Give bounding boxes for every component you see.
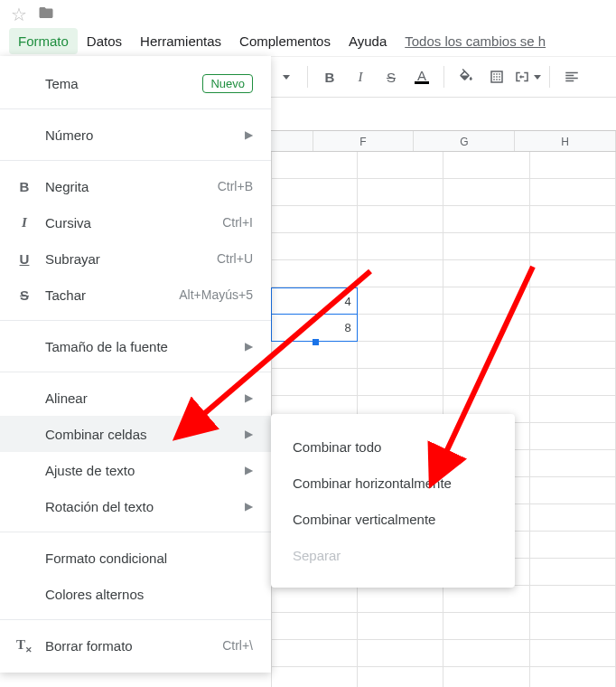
- italic-button[interactable]: I: [346, 62, 375, 91]
- cell-selected-2[interactable]: 8: [271, 315, 358, 342]
- column-headers: F G H: [271, 130, 616, 152]
- shortcut-label: Ctrl+B: [218, 179, 253, 193]
- nuevo-badge: Nuevo: [202, 74, 253, 93]
- toolbar-separator: [549, 66, 550, 88]
- submenu-combinar-vertical[interactable]: Combinar verticalmente: [271, 501, 515, 537]
- font-size-dropdown[interactable]: [271, 62, 300, 91]
- submenu-separar: Separar: [271, 537, 515, 573]
- strike-icon: S: [14, 287, 34, 303]
- cell-selected-1[interactable]: 4: [271, 287, 358, 315]
- shortcut-label: Ctrl+\: [222, 638, 253, 653]
- submenu-arrow-icon: ▶: [245, 128, 253, 141]
- submenu-arrow-icon: ▶: [245, 464, 253, 476]
- submenu-combinar-todo[interactable]: Combinar todo: [271, 428, 515, 465]
- menu-ajuste-texto[interactable]: Ajuste de texto ▶: [0, 452, 271, 488]
- submenu-arrow-icon: ▶: [245, 391, 253, 404]
- col-header-g[interactable]: G: [414, 131, 515, 151]
- menu-herramientas[interactable]: Herramientas: [131, 28, 230, 54]
- shortcut-label: Ctrl+U: [217, 251, 253, 266]
- menu-datos[interactable]: Datos: [78, 28, 131, 54]
- halign-button[interactable]: [557, 62, 586, 91]
- submenu-arrow-icon: ▶: [245, 340, 253, 353]
- italic-icon: I: [14, 215, 34, 231]
- menu-alinear[interactable]: Alinear ▶: [0, 380, 271, 416]
- selection-handle[interactable]: [313, 339, 319, 345]
- menu-separator: [0, 532, 271, 532]
- toolbar-separator: [443, 66, 444, 88]
- star-icon[interactable]: ☆: [11, 4, 27, 25]
- shortcut-label: Alt+Mayús+5: [179, 287, 253, 302]
- bold-button[interactable]: B: [315, 62, 344, 91]
- col-header-h[interactable]: H: [515, 131, 616, 151]
- menu-formato-condicional[interactable]: Formato condicional: [0, 540, 271, 576]
- menu-tema[interactable]: Tema Nuevo: [0, 65, 271, 101]
- save-status-link[interactable]: Todos los cambios se h: [405, 33, 546, 49]
- text-color-button[interactable]: A: [407, 62, 436, 91]
- menubar: Formato Datos Herramientas Complementos …: [0, 25, 616, 56]
- menu-negrita[interactable]: B Negrita Ctrl+B: [0, 168, 271, 204]
- menu-tam-fuente[interactable]: Tamaño de la fuente ▶: [0, 328, 271, 364]
- menu-numero[interactable]: Número ▶: [0, 117, 271, 153]
- toolbar-separator: [307, 66, 308, 88]
- underline-icon: U: [14, 251, 34, 267]
- menu-combinar-celdas[interactable]: Combinar celdas ▶: [0, 416, 271, 452]
- doc-header-icons: ☆: [11, 4, 54, 25]
- menu-separator: [0, 160, 271, 161]
- menu-borrar-formato[interactable]: T✕ Borrar formato Ctrl+\: [0, 627, 271, 663]
- menu-subrayar[interactable]: U Subrayar Ctrl+U: [0, 240, 271, 277]
- menu-colores-alternos[interactable]: Colores alternos: [0, 576, 271, 612]
- menu-separator: [0, 108, 271, 109]
- submenu-arrow-icon: ▶: [245, 500, 253, 513]
- borders-button[interactable]: [482, 62, 511, 91]
- menu-tachar[interactable]: S Tachar Alt+Mayús+5: [0, 277, 271, 313]
- submenu-arrow-icon: ▶: [245, 428, 253, 440]
- menu-separator: [0, 619, 271, 620]
- menu-separator: [0, 372, 271, 372]
- shortcut-label: Ctrl+I: [222, 215, 253, 230]
- strike-button[interactable]: S: [377, 62, 406, 91]
- menu-cursiva[interactable]: I Cursiva Ctrl+I: [0, 204, 271, 240]
- col-header-f[interactable]: F: [313, 131, 415, 151]
- fill-color-button[interactable]: [452, 62, 481, 91]
- merge-button[interactable]: [513, 62, 542, 91]
- clear-format-icon: T✕: [14, 637, 34, 654]
- combinar-submenu: Combinar todo Combinar horizontalmente C…: [271, 414, 515, 588]
- menu-separator: [0, 320, 271, 321]
- menu-ayuda[interactable]: Ayuda: [340, 28, 396, 54]
- col-header-gap: [271, 131, 313, 151]
- submenu-combinar-horizontal[interactable]: Combinar horizontalmente: [271, 465, 515, 501]
- folder-icon[interactable]: [38, 5, 54, 25]
- format-menu: Tema Nuevo Número ▶ B Negrita Ctrl+B I C…: [0, 56, 271, 673]
- bold-icon: B: [14, 179, 34, 194]
- menu-formato[interactable]: Formato: [9, 28, 78, 54]
- menu-complementos[interactable]: Complementos: [230, 28, 340, 54]
- menu-rotacion-texto[interactable]: Rotación del texto ▶: [0, 488, 271, 524]
